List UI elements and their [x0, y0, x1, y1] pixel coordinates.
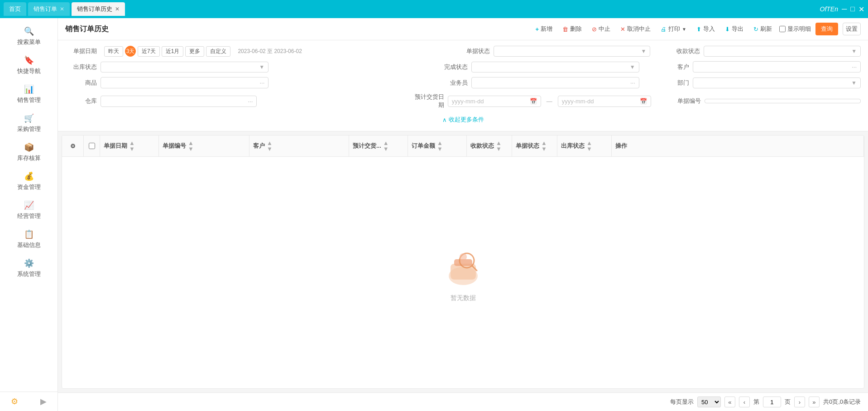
delivery-date-start-control[interactable]: 📅 — [448, 96, 541, 107]
first-page-button[interactable]: « — [724, 396, 735, 407]
salesperson-label: 业务员 — [436, 79, 468, 87]
sidebar-item-quick-nav[interactable]: 🔖 快捷导航 — [0, 51, 58, 80]
col-order-status[interactable]: 单据状态 ▲▼ — [512, 135, 557, 156]
col-order[interactable]: 单据编号 ▲▼ — [159, 135, 249, 156]
print-button[interactable]: 🖨 打印 ▼ — [658, 23, 689, 35]
date-1month-btn[interactable]: 近1月 — [162, 46, 184, 57]
sidebar-search[interactable]: 🔍 搜索菜单 — [0, 22, 58, 51]
sidebar-search-label: 搜索菜单 — [17, 38, 41, 46]
tab-home[interactable]: 首页 — [4, 2, 26, 16]
sidebar-item-sales-mgmt[interactable]: 📊 销售管理 — [0, 80, 58, 109]
customer-label: 客户 — [657, 63, 689, 71]
export-label: 导出 — [732, 25, 743, 33]
delete-icon: 🗑 — [562, 26, 568, 33]
settings-icon[interactable]: ⚙ — [70, 143, 76, 150]
minimize-icon[interactable]: ─ — [842, 5, 847, 13]
col-delivery-sort[interactable]: ▲▼ — [383, 140, 389, 152]
col-amount[interactable]: 订单金额 ▲▼ — [408, 135, 467, 156]
delivery-date-start-input[interactable] — [452, 98, 528, 105]
delivery-date-end-input[interactable] — [562, 98, 638, 105]
tab-sales-order-close[interactable]: ✕ — [60, 6, 64, 12]
sidebar-item-inventory[interactable]: 📦 库存核算 — [0, 138, 58, 167]
order-number-control[interactable] — [705, 99, 861, 103]
col-payment-sort[interactable]: ▲▼ — [496, 140, 502, 152]
payment-status-arrow-icon: ▼ — [851, 48, 857, 54]
collapse-button[interactable]: ∧ 收起更多条件 — [442, 114, 484, 126]
calendar-end-icon[interactable]: 📅 — [640, 98, 647, 105]
sidebar-expand-icon[interactable]: ▶ — [40, 396, 47, 406]
customer-dots-icon: ··· — [852, 63, 857, 70]
department-control[interactable]: ▼ — [693, 77, 861, 88]
per-page-label: 每页显示 — [670, 398, 694, 406]
col-amount-sort[interactable]: ▲▼ — [437, 140, 443, 152]
sidebar-settings-icon[interactable]: ⚙ — [11, 396, 18, 406]
col-customer[interactable]: 客户 ▲▼ — [249, 135, 349, 156]
per-page-select[interactable]: 50 10 20 100 — [697, 396, 721, 407]
tab-sales-history-close[interactable]: ✕ — [115, 6, 120, 12]
col-order-sort[interactable]: ▲▼ — [188, 140, 194, 152]
col-order-status-sort[interactable]: ▲▼ — [541, 140, 547, 152]
calendar-start-icon[interactable]: 📅 — [530, 98, 537, 105]
sales-mgmt-icon: 📊 — [24, 84, 34, 94]
last-page-button[interactable]: » — [809, 396, 820, 407]
payment-status-control[interactable]: ▼ — [704, 46, 861, 57]
filter-collapse-row: ∧ 收起更多条件 — [65, 114, 861, 126]
top-bar: 首页 销售订单 ✕ 销售订单历史 ✕ OfTEn ─ □ ✕ — [0, 0, 868, 18]
import-button[interactable]: ⬆ 导入 — [694, 23, 718, 35]
display-toggle-checkbox[interactable] — [779, 26, 786, 32]
window-controls: OfTEn ─ □ ✕ — [820, 5, 864, 14]
col-warehouse-sort[interactable]: ▲▼ — [586, 140, 592, 152]
delete-button[interactable]: 🗑 删除 — [560, 23, 585, 35]
tab-sales-order[interactable]: 销售订单 ✕ — [28, 2, 70, 16]
maximize-icon[interactable]: □ — [850, 5, 855, 13]
stop-button[interactable]: ⊘ 中止 — [589, 23, 613, 35]
empty-text: 暂无数据 — [451, 294, 476, 302]
next-page-button[interactable]: › — [794, 396, 805, 407]
cancel-stop-button[interactable]: ✕ 取消中止 — [618, 23, 653, 35]
department-label: 部门 — [657, 79, 689, 87]
date-yesterday-btn[interactable]: 昨天 — [104, 46, 123, 57]
inventory-icon: 📦 — [24, 142, 34, 152]
close-icon[interactable]: ✕ — [858, 5, 864, 14]
warehouse-control[interactable]: ··· — [101, 96, 257, 107]
select-all-checkbox[interactable] — [89, 143, 95, 149]
sidebar-item-basic-info[interactable]: 📋 基础信息 — [0, 225, 58, 254]
sidebar-item-finance[interactable]: 💰 资金管理 — [0, 167, 58, 196]
date-more-btn[interactable]: 更多 — [185, 46, 204, 57]
collapse-label: 收起更多条件 — [449, 116, 484, 124]
salesperson-control[interactable]: ··· — [471, 77, 639, 88]
col-customer-sort[interactable]: ▲▼ — [267, 140, 273, 152]
warehouse-status-control[interactable]: ▼ — [101, 62, 269, 73]
col-warehouse-status[interactable]: 出库状态 ▲▼ — [557, 135, 612, 156]
delivery-date-end-control[interactable]: 📅 — [558, 96, 651, 107]
prev-page-button[interactable]: ‹ — [739, 396, 750, 407]
query-button[interactable]: 查询 — [815, 23, 838, 35]
col-settings[interactable]: ⚙ — [62, 135, 84, 156]
col-payment-status[interactable]: 收款状态 ▲▼ — [467, 135, 512, 156]
customer-control[interactable]: ··· — [693, 61, 861, 73]
page-input[interactable] — [763, 396, 781, 407]
date-7days-btn[interactable]: 近7天 — [138, 46, 160, 57]
pagination: 每页显示 50 10 20 100 « ‹ 第 页 › » 共0页,0条记录 — [58, 392, 868, 411]
complete-status-control[interactable]: ▼ — [471, 62, 639, 73]
export-button[interactable]: ⬇ 导出 — [722, 23, 746, 35]
col-checkbox[interactable] — [84, 135, 100, 156]
order-status-control[interactable]: ▼ — [494, 46, 651, 57]
col-date[interactable]: 单据日期 ▲▼ — [100, 135, 159, 156]
tab-sales-history[interactable]: 销售订单历史 ✕ — [72, 2, 125, 16]
new-button[interactable]: + 新增 — [533, 23, 556, 35]
date-label: 单据日期 — [65, 47, 97, 55]
display-toggle[interactable]: 显示明细 — [779, 25, 811, 33]
sidebar-item-system-mgmt[interactable]: ⚙️ 系统管理 — [0, 254, 58, 283]
import-icon: ⬆ — [696, 26, 701, 33]
col-date-sort[interactable]: ▲▼ — [129, 140, 135, 152]
goods-control[interactable]: ··· — [101, 77, 269, 88]
sidebar-item-operations[interactable]: 📈 经营管理 — [0, 196, 58, 225]
date-quick-btns: 昨天 3天 近7天 近1月 更多 自定义 — [104, 46, 230, 57]
date-3days-btn[interactable]: 3天 — [125, 46, 136, 57]
settings-button[interactable]: 设置 — [843, 23, 861, 35]
col-delivery[interactable]: 预计交货... ▲▼ — [349, 135, 408, 156]
date-custom-btn[interactable]: 自定义 — [206, 46, 230, 57]
sidebar-item-purchase-mgmt[interactable]: 🛒 采购管理 — [0, 109, 58, 138]
refresh-button[interactable]: ↻ 刷新 — [751, 23, 775, 35]
